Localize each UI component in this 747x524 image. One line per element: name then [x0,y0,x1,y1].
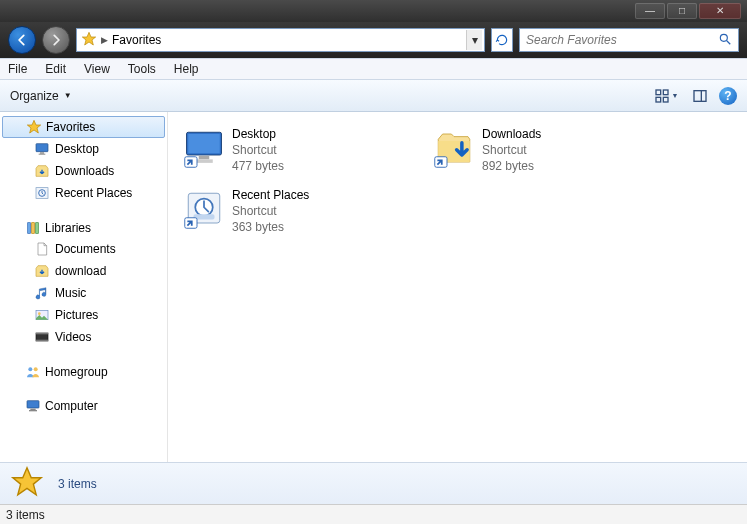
back-arrow-icon [15,33,29,47]
svg-point-19 [38,312,41,315]
help-button[interactable]: ? [719,87,737,105]
nav-item-label: Music [55,286,86,300]
address-history-dropdown[interactable]: ▾ [466,30,482,50]
command-bar: Organize ▼ ▼ ? [0,80,747,112]
menu-edit[interactable]: Edit [45,62,66,76]
title-bar: — □ ✕ [0,0,747,22]
svg-rect-12 [39,154,46,155]
nav-header-label: Computer [45,399,98,413]
nav-item-label: Desktop [55,142,99,156]
svg-rect-30 [199,156,210,160]
search-icon[interactable] [718,32,732,49]
refresh-button[interactable] [491,28,513,52]
organize-button[interactable]: Organize ▼ [10,89,72,103]
downloads-shortcut-icon [432,126,476,170]
file-item-downloads[interactable]: Downloads Shortcut 892 bytes [428,122,678,179]
nav-item-videos[interactable]: Videos [0,326,167,348]
nav-item-label: download [55,264,106,278]
nav-item-downloads[interactable]: Downloads [0,160,167,182]
nav-item-label: Videos [55,330,91,344]
homegroup-icon [25,364,41,380]
nav-item-desktop[interactable]: Desktop [0,138,167,160]
minimize-button[interactable]: — [635,3,665,19]
file-item-desktop[interactable]: Desktop Shortcut 477 bytes [178,122,428,179]
nav-item-download-library[interactable]: download [0,260,167,282]
close-button[interactable]: ✕ [699,3,741,19]
details-pane: 3 items [0,462,747,504]
svg-rect-17 [36,223,39,234]
desktop-shortcut-icon [182,126,226,170]
recent-places-icon [34,185,50,201]
svg-rect-26 [30,409,35,410]
nav-item-label: Downloads [55,164,114,178]
svg-rect-7 [694,90,706,101]
computer-icon [25,398,41,414]
address-bar[interactable]: ▶ Favorites ▾ [76,28,485,52]
nav-header-computer[interactable]: Computer [0,396,167,416]
svg-point-23 [28,367,32,371]
videos-icon [34,329,50,345]
svg-rect-4 [663,90,668,95]
breadcrumb-location[interactable]: Favorites [112,33,462,47]
svg-rect-16 [32,223,35,234]
nav-item-label: Documents [55,242,116,256]
desktop-icon [34,141,50,157]
preview-pane-icon [692,88,708,104]
navigation-pane[interactable]: Favorites Desktop Downloads Recent Place… [0,112,168,462]
nav-header-label: Favorites [46,120,95,134]
navigation-bar: ▶ Favorites ▾ [0,22,747,58]
chevron-down-icon: ▼ [672,92,679,99]
item-name: Downloads [482,126,541,142]
svg-point-1 [720,34,727,41]
nav-header-libraries[interactable]: Libraries [0,218,167,238]
forward-button[interactable] [42,26,70,54]
svg-marker-0 [82,32,95,45]
nav-item-label: Pictures [55,308,98,322]
status-bar: 3 items [0,504,747,524]
item-type: Shortcut [232,142,284,158]
svg-rect-11 [40,152,44,153]
nav-header-label: Libraries [45,221,91,235]
preview-pane-button[interactable] [689,85,711,107]
item-name: Recent Places [232,187,309,203]
nav-header-homegroup[interactable]: Homegroup [0,362,167,382]
nav-header-favorites[interactable]: Favorites [2,116,165,138]
item-type: Shortcut [232,203,309,219]
favorites-star-icon [81,31,97,50]
item-size: 892 bytes [482,158,541,174]
item-size: 363 bytes [232,219,309,235]
music-icon [34,285,50,301]
svg-rect-15 [28,223,31,234]
items-view[interactable]: Desktop Shortcut 477 bytes Downloads Sho… [168,112,747,462]
minimize-icon: — [645,6,655,16]
help-icon: ? [724,89,731,103]
menu-file[interactable]: File [8,62,27,76]
item-type: Shortcut [482,142,541,158]
svg-rect-31 [195,159,213,163]
menu-view[interactable]: View [84,62,110,76]
explorer-body: Favorites Desktop Downloads Recent Place… [0,112,747,462]
view-options-button[interactable]: ▼ [649,85,683,107]
menu-bar: File Edit View Tools Help [0,58,747,80]
item-size: 477 bytes [232,158,284,174]
maximize-button[interactable]: □ [667,3,697,19]
search-box[interactable] [519,28,739,52]
organize-label: Organize [10,89,59,103]
pictures-icon [34,307,50,323]
libraries-icon [25,220,41,236]
nav-item-music[interactable]: Music [0,282,167,304]
svg-rect-29 [188,134,220,153]
file-item-recent-places[interactable]: Recent Places Shortcut 363 bytes [178,183,428,240]
close-icon: ✕ [716,6,724,16]
item-name: Desktop [232,126,284,142]
nav-item-pictures[interactable]: Pictures [0,304,167,326]
search-input[interactable] [526,33,718,47]
menu-help[interactable]: Help [174,62,199,76]
nav-item-recent-places[interactable]: Recent Places [0,182,167,204]
back-button[interactable] [8,26,36,54]
svg-rect-3 [656,90,661,95]
menu-tools[interactable]: Tools [128,62,156,76]
svg-marker-9 [27,120,40,133]
svg-rect-22 [36,340,48,341]
nav-item-documents[interactable]: Documents [0,238,167,260]
